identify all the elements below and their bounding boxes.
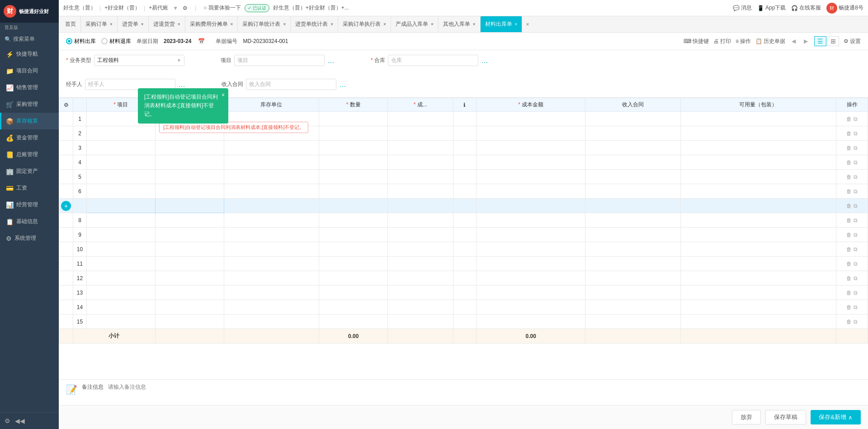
copy-row-btn[interactable]: ⧉ [854, 275, 858, 281]
delete-row-btn[interactable]: 🗑 [846, 275, 852, 281]
tab-close-purchase-order[interactable]: × [110, 22, 113, 27]
delete-row-btn[interactable]: 🗑 [846, 188, 852, 195]
tab-execution[interactable]: 采购订单执行表 × [338, 16, 391, 33]
warehouse-input[interactable]: 仓库 [388, 55, 478, 66]
tab-close-material-out[interactable]: × [515, 22, 518, 27]
sidebar-collapse-btn[interactable]: ◀◀ [15, 417, 25, 424]
copy-row-btn[interactable]: ⧉ [854, 246, 858, 253]
date-value[interactable]: 2023-03-24 [164, 38, 191, 44]
tab-return[interactable]: 进退货货 × [149, 16, 185, 33]
save-draft-button[interactable]: 保存草稿 [765, 410, 806, 424]
tab-close-other-receipt[interactable]: × [473, 22, 476, 27]
topbar-certified2[interactable]: 好生意（普）+好业财（普）+... [273, 4, 349, 12]
tab-purchase-order[interactable]: 采购订单 × [81, 16, 118, 33]
tab-material-out[interactable]: 材料出库单 × [481, 16, 523, 33]
sidebar-item-project[interactable]: 📁 项目合同 [0, 62, 59, 79]
topbar-haoyecai[interactable]: +好业财（普） [104, 4, 140, 12]
copy-row-btn[interactable]: ⧉ [854, 261, 858, 267]
tab-close-finished-goods[interactable]: × [431, 22, 434, 27]
sidebar-item-shortcut[interactable]: ⚡ 快捷导航 [0, 46, 59, 62]
history-btn[interactable]: 📋 历史单据 [755, 38, 785, 45]
topbar-app-download[interactable]: 📱 App下载 [757, 4, 786, 12]
radio-material-out[interactable]: 材料出库 [66, 38, 96, 45]
project-more-btn[interactable]: … [327, 57, 335, 65]
sidebar-search[interactable]: 🔍 搜索菜单 [0, 33, 59, 46]
delete-row-btn[interactable]: 🗑 [846, 246, 852, 253]
nav-prev[interactable]: ◀ [790, 37, 797, 45]
topbar-experience[interactable]: ○ 我要体验一下 [203, 4, 241, 12]
delete-row-btn[interactable]: 🗑 [846, 319, 852, 325]
copy-row-btn[interactable]: ⧉ [854, 116, 858, 122]
income-contract-input[interactable]: 收入合同 [246, 79, 336, 90]
topbar-user[interactable]: 财 畅捷通8号 [826, 3, 863, 14]
copy-row-btn[interactable]: ⧉ [854, 145, 858, 151]
copy-row-btn[interactable]: ⧉ [854, 290, 858, 296]
settings-btn[interactable]: ⚙ 设置 [844, 38, 861, 45]
tab-close-receipt[interactable]: × [141, 22, 144, 27]
tab-close-expense[interactable]: × [231, 22, 233, 27]
sidebar-item-inventory[interactable]: 📦 库存核算 [0, 113, 59, 129]
copy-row-btn[interactable]: ⧉ [854, 130, 858, 137]
tooltip-close-btn[interactable]: × [222, 91, 225, 100]
delete-row-btn[interactable]: 🗑 [846, 304, 852, 310]
sidebar-settings-btn[interactable]: ⚙ [5, 417, 10, 424]
copy-row-btn[interactable]: ⧉ [854, 174, 858, 180]
copy-row-btn[interactable]: ⧉ [854, 203, 858, 209]
copy-row-btn[interactable]: ⧉ [854, 217, 858, 224]
tab-close-execution[interactable]: × [383, 22, 386, 27]
view-table[interactable]: ☰ [814, 36, 826, 46]
business-type-input[interactable]: 工程领料 ▼ [94, 55, 184, 66]
delete-row-btn[interactable]: 🗑 [846, 232, 852, 238]
delete-row-btn[interactable]: 🗑 [846, 116, 852, 122]
tab-home[interactable]: 首页 [61, 16, 81, 33]
topbar-haoshengyi[interactable]: 好生意（普） [63, 4, 96, 12]
calendar-icon[interactable]: 📅 [198, 38, 205, 44]
warehouse-more-btn[interactable]: … [481, 57, 488, 65]
delete-row-btn[interactable]: 🗑 [846, 217, 852, 224]
sidebar-item-assets[interactable]: 🏢 固定资产 [0, 163, 59, 180]
delete-row-btn[interactable]: 🗑 [846, 130, 852, 137]
view-card[interactable]: ⊞ [827, 36, 839, 46]
tab-close-all[interactable]: × [522, 19, 533, 30]
copy-row-btn[interactable]: ⧉ [854, 159, 858, 166]
tab-other-receipt[interactable]: 其他入库单 × [439, 16, 481, 33]
tab-expense[interactable]: 采购费用分摊单 × [185, 16, 238, 33]
delete-row-btn[interactable]: 🗑 [846, 290, 852, 296]
sidebar-item-basicinfo[interactable]: 📋 基础信息 [0, 213, 59, 230]
tab-close-receipt-stats[interactable]: × [330, 22, 333, 27]
sidebar-item-ledger[interactable]: 📒 总账管理 [0, 146, 59, 163]
operations-btn[interactable]: ≡ 操作 [736, 38, 751, 45]
handler-more-btn[interactable]: … [178, 81, 185, 89]
delete-row-btn[interactable]: 🗑 [846, 261, 852, 267]
sidebar-item-finance[interactable]: 💰 资金管理 [0, 129, 59, 146]
income-contract-more-btn[interactable]: … [339, 81, 346, 89]
topbar-yidaizhang[interactable]: +易代账 [149, 4, 168, 12]
notes-input[interactable] [108, 383, 861, 401]
sidebar-item-purchase[interactable]: 🛒 采购管理 [0, 96, 59, 113]
delete-row-btn[interactable]: 🗑 [846, 145, 852, 151]
delete-row-btn[interactable]: 🗑 [846, 203, 852, 209]
copy-row-btn[interactable]: ⧉ [854, 188, 858, 195]
tab-purchase-stats[interactable]: 采购订单统计表 × [238, 16, 291, 33]
delete-row-btn[interactable]: 🗑 [846, 174, 852, 180]
col-settings[interactable]: ⚙ [59, 98, 73, 112]
topbar-online-service[interactable]: 🎧 在线客服 [791, 4, 821, 12]
radio-material-return[interactable]: 材料退库 [101, 38, 131, 45]
sidebar-item-sales[interactable]: 📈 销售管理 [0, 79, 59, 96]
copy-row-btn[interactable]: ⧉ [854, 232, 858, 238]
topbar-message[interactable]: 💬 消息 [733, 4, 752, 12]
topbar-settings-icon[interactable]: ⚙ [183, 5, 188, 11]
tab-receipt[interactable]: 进货单 × [118, 16, 149, 33]
sidebar-item-operations[interactable]: 📊 经营管理 [0, 196, 59, 213]
project-input[interactable]: 项目 [234, 55, 325, 66]
copy-row-btn[interactable]: ⧉ [854, 319, 858, 325]
print-btn[interactable]: 🖨 打印 [713, 38, 731, 45]
nav-next[interactable]: ▶ [802, 37, 810, 45]
shortcut-key-btn[interactable]: ⌨ 快捷键 [684, 38, 709, 45]
tab-close-return[interactable]: × [178, 22, 180, 27]
add-row-btn[interactable]: + [61, 201, 71, 211]
tab-close-purchase-stats[interactable]: × [283, 22, 286, 27]
sidebar-item-payroll[interactable]: 💳 工资 [0, 180, 59, 196]
save-new-button[interactable]: 保存&新增 ∧ [811, 410, 861, 424]
sidebar-item-system[interactable]: ⚙ 系统管理 [0, 230, 59, 247]
